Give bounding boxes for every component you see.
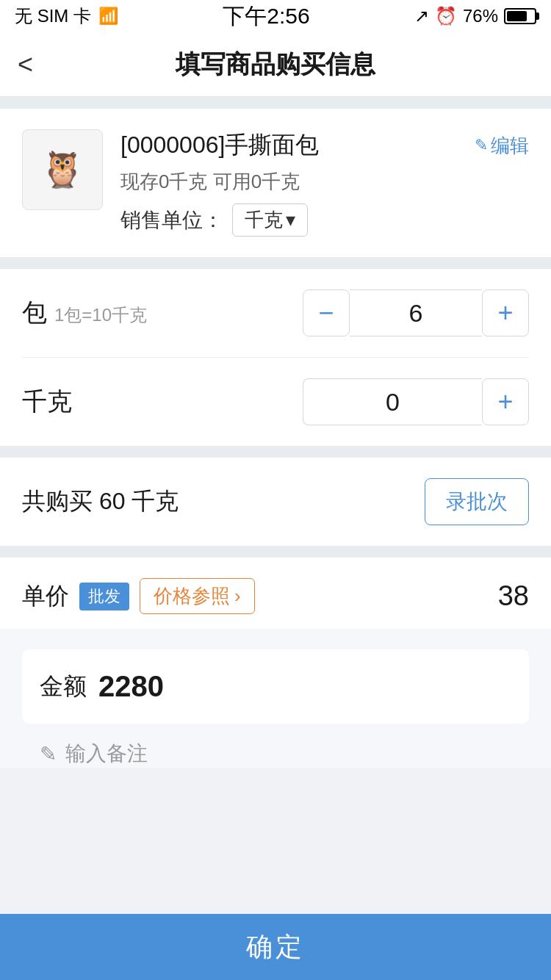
- total-section: 共购买 60 千克 录批次: [0, 458, 551, 546]
- price-ref-arrow: ›: [234, 585, 241, 608]
- quantity-control-kg: +: [303, 378, 529, 425]
- product-card: 🦉 [0000006]手撕面包 ✎ 编辑 现存0千克 可用0千克 销售单位： 千…: [0, 109, 551, 257]
- unit-select[interactable]: 千克 ▾: [232, 203, 308, 237]
- amount-value: 2280: [98, 670, 164, 703]
- product-thumb-logo: 🦉: [40, 149, 84, 190]
- quantity-label-bag: 包: [22, 296, 47, 330]
- quantity-row-bag: 包 1包=10千克 − +: [22, 269, 529, 358]
- total-text: 共购买 60 千克: [22, 486, 179, 518]
- record-batch-button[interactable]: 录批次: [425, 478, 529, 525]
- product-info: [0000006]手撕面包 ✎ 编辑 现存0千克 可用0千克 销售单位： 千克 …: [120, 129, 529, 237]
- top-divider: [0, 97, 551, 109]
- price-ref-label: 价格参照: [154, 583, 230, 609]
- price-row: 单价 批发 价格参照 › 38: [22, 578, 529, 614]
- amount-label: 金额: [40, 671, 87, 703]
- quantity-row-kg: 千克 +: [22, 358, 529, 446]
- quantity-control-bag: − +: [303, 289, 529, 336]
- carrier-text: 无 SIM 卡: [15, 4, 91, 28]
- quantity-input-kg[interactable]: [303, 378, 482, 425]
- status-time: 下午2:56: [223, 1, 309, 32]
- product-unit-row: 销售单位： 千克 ▾: [120, 203, 529, 237]
- edit-button[interactable]: ✎ 编辑: [475, 133, 529, 159]
- quantity-label-group-bag: 包 1包=10千克: [22, 296, 147, 330]
- product-name-row: [0000006]手撕面包 ✎ 编辑: [120, 129, 529, 162]
- price-section: 单价 批发 价格参照 › 38: [0, 558, 551, 629]
- product-thumbnail: 🦉: [22, 129, 103, 210]
- wifi-icon: 📶: [98, 7, 118, 26]
- remark-row[interactable]: ✎ 输入备注: [22, 724, 529, 768]
- quantity-input-bag[interactable]: [350, 289, 482, 336]
- main-content: 🦉 [0000006]手撕面包 ✎ 编辑 现存0千克 可用0千克 销售单位： 千…: [0, 97, 551, 980]
- page-title: 填写商品购买信息: [176, 48, 375, 82]
- unit-dropdown-arrow: ▾: [286, 209, 295, 231]
- price-value: 38: [498, 580, 529, 612]
- amount-section: 金额 2280 ✎ 输入备注: [0, 629, 551, 768]
- unit-label: 销售单位：: [120, 206, 223, 234]
- confirm-label: 确定: [246, 929, 305, 965]
- total-divider: [0, 446, 551, 458]
- battery-percent: 76%: [463, 6, 498, 26]
- price-label: 单价: [22, 580, 69, 613]
- quantity-minus-bag[interactable]: −: [303, 289, 350, 336]
- status-right: ↗ ⏰ 76%: [414, 6, 536, 26]
- alarm-icon: ⏰: [435, 6, 457, 26]
- confirm-button[interactable]: 确定: [0, 914, 551, 980]
- unit-value: 千克: [245, 207, 283, 233]
- edit-label: 编辑: [491, 133, 529, 159]
- quantity-section: 包 1包=10千克 − + 千克 +: [0, 269, 551, 446]
- back-button[interactable]: <: [18, 49, 33, 80]
- quantity-label-group-kg: 千克: [22, 385, 72, 419]
- battery-icon: [504, 8, 536, 24]
- quantity-plus-kg[interactable]: +: [482, 378, 529, 425]
- location-icon: ↗: [414, 6, 429, 26]
- status-bar: 无 SIM 卡 📶 下午2:56 ↗ ⏰ 76%: [0, 0, 551, 32]
- price-ref-button[interactable]: 价格参照 ›: [140, 578, 255, 614]
- quantity-label-kg: 千克: [22, 385, 72, 419]
- price-divider: [0, 546, 551, 558]
- price-label-group: 单价 批发 价格参照 ›: [22, 578, 255, 614]
- nav-bar: < 填写商品购买信息: [0, 32, 551, 97]
- amount-row: 金额 2280: [22, 649, 529, 724]
- product-name: [0000006]手撕面包: [120, 129, 319, 162]
- product-stock: 现存0千克 可用0千克: [120, 169, 529, 195]
- status-left: 无 SIM 卡 📶: [15, 4, 118, 28]
- quantity-plus-bag[interactable]: +: [482, 289, 529, 336]
- batch-badge: 批发: [79, 583, 129, 610]
- remark-icon: ✎: [40, 742, 57, 766]
- remark-input[interactable]: 输入备注: [65, 740, 148, 768]
- quantity-hint-bag: 1包=10千克: [54, 303, 147, 327]
- mid-divider: [0, 257, 551, 269]
- edit-icon: ✎: [475, 136, 488, 155]
